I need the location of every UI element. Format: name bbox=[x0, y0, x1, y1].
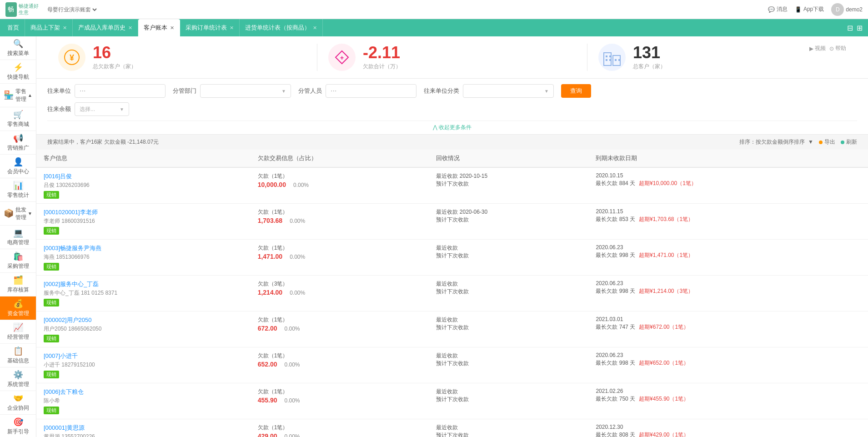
sidebar-item-inventory[interactable]: 🗂️ 库存核算 bbox=[0, 273, 36, 296]
sidebar-item-member[interactable]: 👤 会员中心 bbox=[0, 155, 36, 178]
tab-minimize-icon[interactable]: ⊟ bbox=[847, 24, 853, 32]
customer-name-link-3[interactable]: [0002]服务中心_丁磊 bbox=[44, 280, 243, 288]
sidebar-item-basic-info[interactable]: 📋 基础信息 bbox=[0, 344, 36, 367]
overdue-link-4[interactable]: 超期¥672.00（1笔） bbox=[639, 323, 689, 331]
sort-arrow-icon[interactable]: ▼ bbox=[808, 139, 813, 145]
tab-product-listing[interactable]: 商品上下架 ✕ bbox=[25, 19, 73, 36]
overdue-days-3: 最长欠款 998 天 bbox=[596, 287, 635, 295]
table-row: [0003]畅捷服务尹海燕 海燕 18513066976 现销 欠款（1笔） 1… bbox=[36, 240, 868, 276]
overdue-link-5[interactable]: 超期¥652.00（1笔） bbox=[639, 359, 689, 367]
customer-name-link-6[interactable]: [0006]去下粮仓 bbox=[44, 388, 243, 396]
sidebar-item-guide[interactable]: 🎯 新手引导 bbox=[0, 415, 36, 437]
overdue-link-6[interactable]: 超期¥455.90（1笔） bbox=[639, 395, 689, 403]
system-selector[interactable]: 母婴行业演示账套 bbox=[45, 6, 98, 13]
mall-icon: 🛒 bbox=[13, 110, 23, 120]
debt-count-1: 欠款（1笔） bbox=[258, 208, 422, 216]
tab-customer-account[interactable]: 客户账本 ✕ bbox=[138, 19, 180, 36]
customer-name-link-2[interactable]: [0003]畅捷服务尹海燕 bbox=[44, 244, 243, 252]
filter-select-dept[interactable]: ▼ bbox=[200, 84, 291, 98]
debt-amount-0: 10,000.00 bbox=[258, 181, 286, 188]
overdue-link-0[interactable]: 超期¥10,000.00（1笔） bbox=[639, 180, 697, 187]
filter-item-balance: 往来余额 选择... ▼ bbox=[47, 102, 129, 116]
stat-info-total-customers: 131 总客户（家） bbox=[633, 45, 666, 70]
customer-table: 客户信息 欠款交易信息（占比） 回收情况 到期未收款日期 [0016]吕俊 吕俊… bbox=[36, 150, 868, 437]
due-date-6: 2021.02.26 bbox=[596, 388, 861, 394]
tab-close-icon[interactable]: ✕ bbox=[63, 25, 67, 31]
tab-close-icon[interactable]: ✕ bbox=[170, 25, 174, 31]
customer-name-link-0[interactable]: [0016]吕俊 bbox=[44, 172, 243, 181]
sidebar-item-wholesale[interactable]: 📦 批发管理 ▼ bbox=[0, 202, 36, 226]
user-avatar[interactable]: D demo2 bbox=[831, 3, 863, 16]
sidebar-item-ecommerce[interactable]: 💻 电商管理 bbox=[0, 226, 36, 249]
sidebar-item-operations[interactable]: 📈 经营管理 bbox=[0, 320, 36, 344]
last-collect-3: 最近收款 bbox=[436, 280, 581, 288]
customer-name-link-7[interactable]: [000001]黄思源 bbox=[44, 424, 243, 432]
logo-text: 畅捷通好生意 bbox=[19, 3, 42, 15]
tab-close-icon[interactable]: ✕ bbox=[128, 25, 132, 31]
search-button[interactable]: 查询 bbox=[561, 84, 591, 98]
filter-input-person[interactable]: ··· bbox=[326, 84, 416, 98]
stat-card-total-debt: + -2.11 欠款合计（万） bbox=[317, 44, 587, 71]
sidebar-item-retail-mgmt[interactable]: 🏪 零售管理 ▲ bbox=[0, 84, 36, 107]
tab-close-icon[interactable]: ✕ bbox=[230, 25, 234, 31]
tab-close-icon[interactable]: ✕ bbox=[313, 25, 317, 31]
svg-rect-7 bbox=[609, 55, 611, 57]
overdue-link-7[interactable]: 超期¥429.00（1笔） bbox=[639, 431, 689, 437]
overdue-link-1[interactable]: 超期¥1,703.68（1笔） bbox=[639, 216, 693, 223]
customer-name-link-4[interactable]: [000002]用户2050 bbox=[44, 316, 243, 324]
sidebar-item-search[interactable]: 🔍 搜索菜单 bbox=[0, 36, 36, 60]
svg-rect-11 bbox=[618, 59, 620, 61]
retail-icon: 🏪 bbox=[4, 90, 14, 100]
sidebar-item-retail-mall[interactable]: 🛒 零售商城 bbox=[0, 107, 36, 131]
debt-amount-1: 1,703.68 bbox=[258, 217, 283, 224]
export-btn[interactable]: 导出 bbox=[819, 138, 835, 146]
help-btn[interactable]: ⊙ 帮助 bbox=[829, 45, 846, 52]
message-btn[interactable]: 💬 消息 bbox=[768, 5, 788, 13]
collapse-filter-btn[interactable]: ⋀ 收起更多条件 bbox=[47, 121, 857, 134]
overdue-link-3[interactable]: 超期¥1,214.00（3笔） bbox=[639, 287, 693, 295]
video-btn[interactable]: ▶ 视频 bbox=[809, 45, 826, 52]
filter-input-unit[interactable]: ··· bbox=[75, 84, 166, 98]
right-actions: 排序：按欠款金额倒序排序 ▼ 导出 刷新 bbox=[739, 138, 857, 146]
sidebar-item-system[interactable]: ⚙️ 系统管理 bbox=[0, 367, 36, 391]
tab-purchase-order[interactable]: 采购订单统计表 ✕ bbox=[180, 19, 240, 36]
help-icon: ⊙ bbox=[829, 45, 834, 52]
chevron-down-icon: ▲ bbox=[28, 93, 32, 98]
overdue-link-2[interactable]: 超期¥1,471.00（1笔） bbox=[639, 251, 693, 259]
tab-home[interactable]: 首页 bbox=[2, 19, 25, 36]
debt-count-4: 欠款（1笔） bbox=[258, 316, 422, 324]
sort-label: 排序：按欠款金额倒序排序 ▼ bbox=[739, 138, 813, 146]
download-icon: 📱 bbox=[795, 6, 802, 13]
debt-count-0: 欠款（1笔） bbox=[258, 172, 422, 180]
finance-icon: 💰 bbox=[13, 299, 23, 309]
tab-purchase-summary[interactable]: 进货单统计表（按商品） ✕ bbox=[240, 19, 323, 36]
tab-product-history[interactable]: 产成品入库单历史 ✕ bbox=[73, 19, 138, 36]
sidebar-item-collab[interactable]: 🤝 企业协同 bbox=[0, 391, 36, 415]
cell-debt-0: 欠款（1笔） 10,000.00 0.00% bbox=[251, 167, 429, 204]
next-collect-5: 预计下次收款 bbox=[436, 360, 581, 367]
customer-name-link-5[interactable]: [0007]小进千 bbox=[44, 352, 243, 360]
refresh-btn[interactable]: 刷新 bbox=[841, 138, 857, 146]
filter-select-category[interactable]: ▼ bbox=[463, 84, 554, 98]
customer-name-link-1[interactable]: [0001020001]李老师 bbox=[44, 208, 243, 216]
cell-customer-7: [000001]黄思源 黄思源 13552700226 现销 bbox=[36, 419, 251, 437]
tab-maximize-icon[interactable]: ⊞ bbox=[857, 24, 863, 32]
sidebar-item-marketing[interactable]: 📢 营销推广 bbox=[0, 131, 36, 155]
filter-select-balance[interactable]: 选择... ▼ bbox=[75, 102, 129, 116]
svg-text:+: + bbox=[340, 54, 344, 61]
avatar-icon: D bbox=[831, 3, 844, 16]
sidebar-item-purchase[interactable]: 🛍️ 采购管理 bbox=[0, 249, 36, 273]
stat-card-debtors: ¥ 16 总欠款客户（家） bbox=[47, 44, 317, 71]
customer-contact-2: 海燕 18513066976 bbox=[44, 253, 243, 261]
last-collect-7: 最近收款 bbox=[436, 424, 581, 432]
debt-percent-2: 0.00% bbox=[290, 254, 305, 260]
filter-row-2: 往来余额 选择... ▼ bbox=[47, 102, 857, 116]
sidebar-item-finance[interactable]: 💰 资金管理 bbox=[0, 296, 36, 320]
filter-label-unit: 往来单位 bbox=[47, 87, 71, 95]
sidebar-item-retail-stats[interactable]: 📊 零售统计 bbox=[0, 178, 36, 202]
cell-customer-4: [000002]用户2050 用户2050 18665062050 现销 bbox=[36, 311, 251, 347]
debt-percent-6: 0.00% bbox=[284, 397, 300, 404]
app-download-btn[interactable]: 📱 App下载 bbox=[795, 5, 824, 13]
debt-amount-7: 429.00 bbox=[258, 432, 277, 437]
sidebar-item-nav[interactable]: ⚡ 快捷导航 bbox=[0, 60, 36, 84]
